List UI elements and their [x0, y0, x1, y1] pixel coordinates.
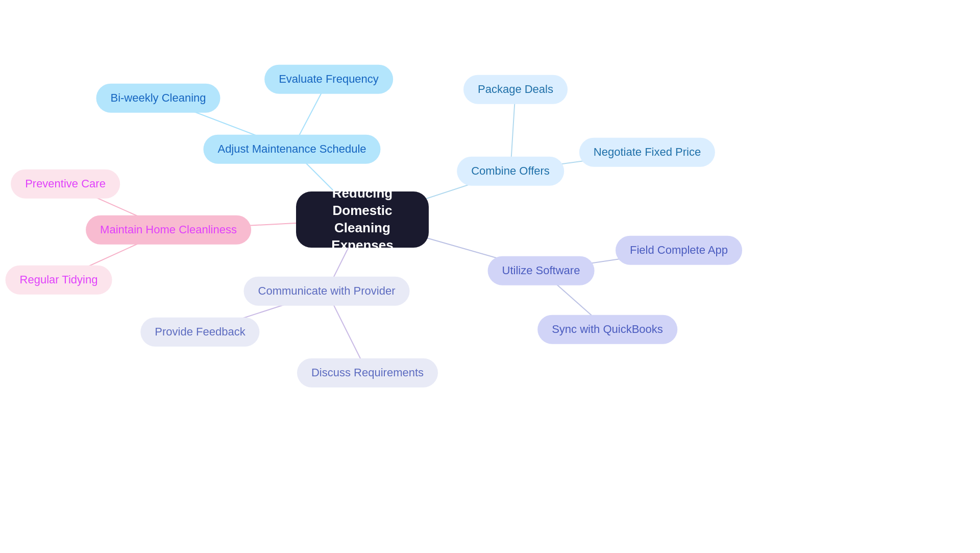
node-field_complete[interactable]: Field Complete App	[616, 236, 742, 265]
node-utilize_software[interactable]: Utilize Software	[488, 256, 595, 285]
node-communicate[interactable]: Communicate with Provider	[244, 277, 410, 306]
node-negotiate_fixed[interactable]: Negotiate Fixed Price	[579, 138, 715, 167]
node-package_deals[interactable]: Package Deals	[463, 75, 568, 104]
node-bi_weekly[interactable]: Bi-weekly Cleaning	[96, 84, 220, 113]
node-provide_feedback[interactable]: Provide Feedback	[140, 318, 259, 347]
node-sync_quickbooks[interactable]: Sync with QuickBooks	[537, 315, 677, 344]
mindmap-container: Reducing Domestic Cleaning ExpensesAdjus…	[0, 0, 980, 553]
node-preventive_care[interactable]: Preventive Care	[11, 170, 120, 199]
node-adjust_maintenance[interactable]: Adjust Maintenance Schedule	[203, 135, 380, 164]
node-discuss_requirements[interactable]: Discuss Requirements	[297, 358, 438, 388]
node-regular_tidying[interactable]: Regular Tidying	[6, 266, 112, 295]
node-center[interactable]: Reducing Domestic Cleaning Expenses	[296, 191, 429, 248]
node-evaluate_frequency[interactable]: Evaluate Frequency	[264, 65, 393, 94]
node-maintain_home[interactable]: Maintain Home Cleanliness	[86, 215, 251, 245]
node-combine_offers[interactable]: Combine Offers	[457, 157, 564, 186]
